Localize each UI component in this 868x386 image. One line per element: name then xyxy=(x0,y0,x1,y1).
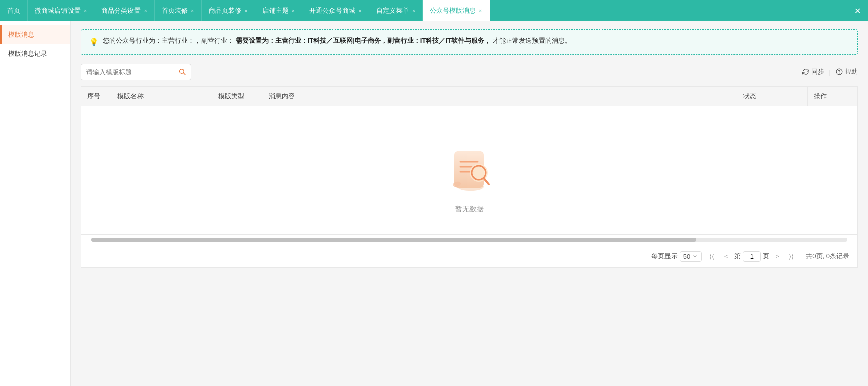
toolbar-right: 同步 | 帮助 xyxy=(802,67,858,76)
tab-category-label: 商品分类设置 xyxy=(101,6,141,15)
col-action: 操作 xyxy=(808,87,858,106)
tab-product-decor[interactable]: 商品页装修 × xyxy=(202,0,255,21)
tab-wechat-shop[interactable]: 微商城店铺设置 × xyxy=(28,0,94,21)
empty-state: 暂无数据 xyxy=(81,106,857,234)
svg-line-12 xyxy=(484,178,489,184)
next-page-button[interactable]: ＞ xyxy=(771,250,783,262)
page-label-pre: 第 xyxy=(734,252,741,261)
tab-home[interactable]: 首页 xyxy=(0,0,28,21)
empty-row: 暂无数据 xyxy=(81,106,858,235)
scrollbar-track[interactable] xyxy=(91,238,847,242)
scrollbar-thumb[interactable] xyxy=(91,238,696,242)
tab-open-mall[interactable]: 开通公众号商城 × xyxy=(302,0,369,21)
empty-text: 暂无数据 xyxy=(455,205,484,214)
search-input[interactable] xyxy=(81,65,174,79)
close-all-button[interactable]: ✕ xyxy=(847,6,868,16)
tab-wechat-shop-label: 微商城店铺设置 xyxy=(35,6,81,15)
data-table: 序号 模版名称 模版类型 消息内容 状态 操作 xyxy=(81,86,858,235)
tab-template-msg[interactable]: 公众号模版消息 × xyxy=(423,0,489,21)
pagination: 每页显示 50 ⟨⟨ ＜ 第 页 ＞ ⟩⟩ 共0页, 0条记录 xyxy=(81,245,858,268)
tab-home-decor-close[interactable]: × xyxy=(191,8,194,14)
search-bar: 同步 | 帮助 xyxy=(81,64,858,80)
main-layout: 模版消息 模版消息记录 💡 您的公众号行业为：主营行业：，副营行业： 需要设置为… xyxy=(0,21,868,386)
tab-product-decor-label: 商品页装修 xyxy=(209,6,241,15)
col-index: 序号 xyxy=(81,87,111,106)
first-page-button[interactable]: ⟨⟨ xyxy=(706,250,718,262)
tab-template-msg-label: 公众号模版消息 xyxy=(430,6,476,15)
tab-home-decor[interactable]: 首页装修 × xyxy=(155,0,202,21)
main-content: 💡 您的公众号行业为：主营行业：，副营行业： 需要设置为：主营行业：IT科技／互… xyxy=(71,21,868,386)
sidebar-item-template-record[interactable]: 模版消息记录 xyxy=(0,44,70,63)
search-button[interactable] xyxy=(174,64,190,80)
prev-page-button[interactable]: ＜ xyxy=(720,250,732,262)
notice-highlight: 需要设置为：主营行业：IT科技／互联网|电子商务，副营行业：IT科技／IT软件与… xyxy=(236,37,491,44)
page-size-dropdown[interactable]: 50 xyxy=(680,251,702,262)
tab-custom-menu[interactable]: 自定义菜单 × xyxy=(369,0,423,21)
notice-box: 💡 您的公众号行业为：主营行业：，副营行业： 需要设置为：主营行业：IT科技／互… xyxy=(81,29,858,55)
notice-icon: 💡 xyxy=(89,36,99,48)
search-input-wrap xyxy=(81,64,191,80)
page-number-input[interactable] xyxy=(743,251,761,262)
total-info: 共0页, 0条记录 xyxy=(806,252,849,261)
tab-shop-theme-close[interactable]: × xyxy=(292,8,295,14)
page-size-value: 50 xyxy=(683,253,690,260)
tab-home-label: 首页 xyxy=(7,6,20,15)
scrollbar-wrap xyxy=(81,235,858,245)
tab-wechat-shop-close[interactable]: × xyxy=(84,8,87,14)
col-type: 模版类型 xyxy=(212,87,262,106)
tab-product-decor-close[interactable]: × xyxy=(244,8,247,14)
tab-category-close[interactable]: × xyxy=(144,8,147,14)
tab-custom-menu-label: 自定义菜单 xyxy=(376,6,409,15)
sidebar-item-template-msg[interactable]: 模版消息 xyxy=(0,25,70,44)
divider: | xyxy=(829,68,831,76)
notice-text: 您的公众号行业为：主营行业：，副营行业： 需要设置为：主营行业：IT科技／互联网… xyxy=(103,36,571,46)
help-button[interactable]: 帮助 xyxy=(836,67,858,76)
tab-shop-theme-label: 店铺主题 xyxy=(262,6,289,15)
tab-home-decor-label: 首页装修 xyxy=(162,6,188,15)
sync-button[interactable]: 同步 xyxy=(802,67,824,76)
tab-open-mall-close[interactable]: × xyxy=(358,8,361,14)
col-name: 模版名称 xyxy=(111,87,212,106)
svg-line-1 xyxy=(183,73,185,75)
chevron-down-icon xyxy=(692,253,698,259)
col-content: 消息内容 xyxy=(262,87,737,106)
tab-shop-theme[interactable]: 店铺主题 × xyxy=(255,0,302,21)
page-nav: ⟨⟨ ＜ 第 页 ＞ ⟩⟩ xyxy=(706,250,797,262)
tab-template-msg-close[interactable]: × xyxy=(479,8,482,14)
table-header-row: 序号 模版名称 模版类型 消息内容 状态 操作 xyxy=(81,87,858,106)
tab-open-mall-label: 开通公众号商城 xyxy=(309,6,355,15)
tab-category[interactable]: 商品分类设置 × xyxy=(94,0,154,21)
page-size-label: 每页显示 xyxy=(651,252,678,261)
page-size-select: 每页显示 50 xyxy=(651,251,702,262)
last-page-button[interactable]: ⟩⟩ xyxy=(785,250,797,262)
col-status: 状态 xyxy=(737,87,808,106)
sidebar: 模版消息 模版消息记录 xyxy=(0,21,71,386)
tab-custom-menu-close[interactable]: × xyxy=(412,8,415,14)
page-label-post: 页 xyxy=(763,252,769,261)
top-nav-bar: 首页 微商城店铺设置 × 商品分类设置 × 首页装修 × 商品页装修 × 店铺主… xyxy=(0,0,868,21)
empty-illustration xyxy=(439,136,500,197)
